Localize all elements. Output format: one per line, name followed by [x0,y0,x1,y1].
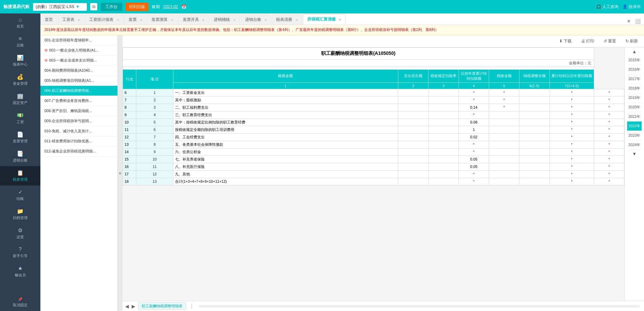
tab-close-icon[interactable]: × [78,18,80,22]
col6-val[interactable]: * [550,111,594,118]
sidebar-item-general-ledger[interactable]: ≡总账 [0,32,40,51]
row-number[interactable]: 7 [123,96,136,104]
col1-val[interactable] [398,133,429,141]
col2-val[interactable] [429,178,459,185]
col2-val[interactable] [429,111,459,118]
row-item[interactable]: 三、职工教育经费支出 [173,111,398,118]
col4-val[interactable] [489,141,519,148]
customer-service-link[interactable]: 🎧 人工咨询 [596,4,618,10]
year-scroll-up-button[interactable]: ▲ [625,47,644,56]
row-number[interactable]: 14 [123,148,136,156]
col3-val[interactable]: 1 [459,126,489,133]
tab-purchase-ledger[interactable]: 进销台账× [241,14,271,25]
col4-val[interactable] [489,163,519,170]
col2-val[interactable] [429,89,459,96]
col5-val[interactable] [519,170,550,178]
year-item[interactable]: 2018年 [627,84,642,93]
col6-val[interactable]: * [550,178,594,185]
col4-val[interactable]: * [489,96,519,104]
tab-invoice[interactable]: 发票× [124,14,146,25]
col5-val[interactable] [519,133,550,141]
col4-val[interactable] [489,118,519,126]
row-item[interactable]: 二、职工福利费支出 [173,104,398,111]
tab-close-icon[interactable]: × [265,18,267,22]
row-number[interactable]: 10 [123,118,136,126]
col1-val[interactable] [398,156,429,163]
sheet-tab[interactable]: 职工薪酬纳税调整明细表 [138,302,186,310]
row-seq[interactable]: 2 [136,96,173,104]
download-button[interactable]: ⬇ 下载 [557,37,574,45]
col2-val[interactable] [429,170,459,178]
row-item[interactable]: 按税收规定全额扣除的职工培训费用 [173,126,398,133]
col7-val[interactable]: * [594,118,624,126]
sub-sidebar-item-007[interactable]: 007-广告费和业务宣传费跨... [40,96,117,106]
col1-val[interactable] [398,148,429,156]
sidebar-item-cancel-fixed[interactable]: 📌取消固定 [0,294,40,311]
col5-val[interactable] [519,178,550,185]
col1-val[interactable] [398,104,429,111]
col3-val[interactable]: * [459,178,489,185]
sheet-dots[interactable]: ⋮ [189,303,195,309]
col1-val[interactable] [398,89,429,96]
year-item[interactable]: 2022年 [627,122,642,131]
row-seq[interactable]: 4 [136,111,173,118]
col2-val[interactable] [429,96,459,104]
col5-val[interactable] [519,111,550,118]
row-item[interactable]: 一、工资薪金支出 [173,89,398,96]
print-button[interactable]: 🖨 打印 [579,37,596,45]
sidebar-item-vip[interactable]: ★畅会员 [0,262,40,281]
col4-val[interactable] [489,178,519,185]
col7-val[interactable]: * [594,148,624,156]
col5-val[interactable] [519,104,550,111]
col6-val[interactable]: * [550,156,594,163]
sub-sidebar-item-008[interactable]: 008-资产折旧、摊销及纳税... [40,106,117,116]
row-number[interactable]: 15 [123,156,136,163]
col3-val[interactable]: 0.05 [459,156,489,163]
year-item[interactable]: 2015年 [627,56,642,65]
tab-close-icon[interactable]: × [117,18,119,22]
col4-val[interactable] [489,111,519,118]
year-item[interactable]: 2023年 [627,131,642,140]
sidebar-item-tax-mgmt[interactable]: 📋税务管理 [0,166,40,185]
row-seq[interactable]: 11 [136,163,173,170]
sub-sidebar-item-003[interactable]: ⊗003-一般企业成本支出明细... [40,56,117,66]
col4-val[interactable]: * [489,104,519,111]
col1-val[interactable] [398,163,429,170]
year-item[interactable]: 2016年 [627,65,642,74]
row-item[interactable]: 七、补充养老保险 [173,156,398,163]
col2-val[interactable] [429,156,459,163]
switch-old-button[interactable]: 切到旧版 [126,3,148,11]
year-item[interactable]: 2017年 [627,74,642,84]
col1-val[interactable] [398,178,429,185]
row-seq[interactable]: 10 [136,156,173,163]
sidebar-item-archive[interactable]: 📁归档管理 [0,205,40,224]
col7-val[interactable]: * [594,126,624,133]
sub-sidebar-item-002[interactable]: ⊗002-一般企业收入明细表(A1... [40,45,117,56]
reset-button[interactable]: ↺ 重置 [602,37,618,45]
col6-val[interactable]: * [550,170,594,178]
year-item[interactable]: 2020年 [627,103,642,112]
sidebar-item-settlement[interactable]: ✓结账 [0,185,40,205]
tab-close-button[interactable]: ✕ [625,18,632,25]
row-item[interactable]: 合计(1+3+4+7+8+9+10+11+12) [173,178,398,185]
col3-val[interactable]: 0.02 [459,133,489,141]
col5-val[interactable] [519,156,550,163]
row-number[interactable]: 17 [123,170,136,178]
sidebar-item-purchase-sales[interactable]: 📑进销台账 [0,147,40,166]
tab-tax-clear[interactable]: 税表清册× [272,14,302,25]
col7-val[interactable]: * [594,104,624,111]
col1-val[interactable] [398,126,429,133]
col1-val[interactable] [398,141,429,148]
sidebar-item-settings[interactable]: ⚙设置 [0,224,40,243]
year-item[interactable]: 2021年 [627,112,642,122]
col6-val[interactable]: * [550,163,594,170]
sub-sidebar-item-009[interactable]: 009-企业所得税弥补亏损明... [40,116,117,126]
col2-val[interactable] [429,148,459,156]
row-item[interactable]: 五、各类基本社会保障性缴款 [173,141,398,148]
col7-val[interactable]: * [594,96,624,104]
col2-val[interactable] [429,141,459,148]
sub-sidebar-item-006[interactable]: 006-职工薪酬纳税调整明细... [40,86,117,96]
sub-sidebar-item-005[interactable]: 005-纳税调整项目明细表(A1... [40,76,117,86]
col4-val[interactable] [489,156,519,163]
col3-val[interactable]: 0.14 [459,104,489,111]
